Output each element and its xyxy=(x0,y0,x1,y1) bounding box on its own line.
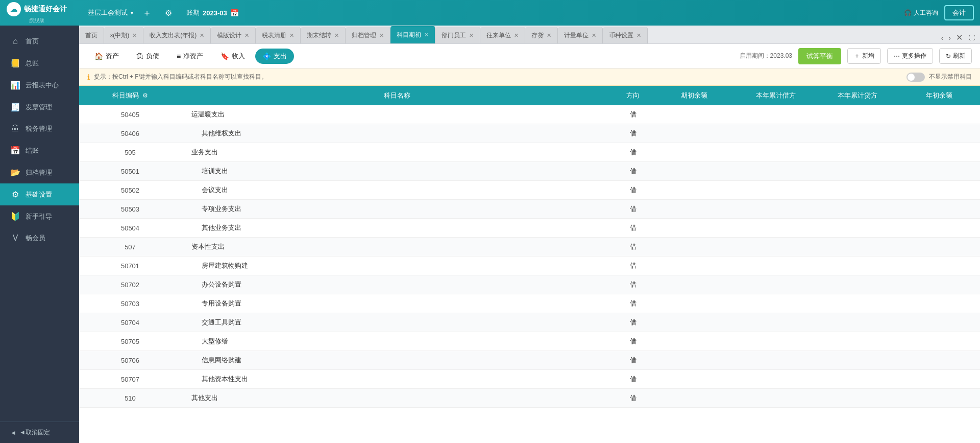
table-row[interactable]: 50705大型修缮借 xyxy=(79,332,980,351)
table-row[interactable]: 50701房屋建筑物购建借 xyxy=(79,257,980,275)
tab-partners[interactable]: 往来单位 ✕ xyxy=(480,27,525,43)
tab-close-subject-initial[interactable]: ✕ xyxy=(424,32,429,38)
cell-year-begin xyxy=(898,294,980,313)
sidebar-item-guide[interactable]: 🔰 新手引导 xyxy=(0,205,79,227)
tab-home[interactable]: 首页 xyxy=(79,27,104,43)
toggle-disabled-subjects[interactable] xyxy=(906,73,925,82)
cell-name: 大型修缮 xyxy=(181,332,612,351)
sidebar-item-tax[interactable]: 🏛 税务管理 xyxy=(0,118,79,139)
balance-button[interactable]: 试算平衡 xyxy=(798,48,841,64)
tab-close-unit[interactable]: ✕ xyxy=(592,32,596,39)
sidebar-item-reports[interactable]: 📊 云报表中心 xyxy=(0,74,79,96)
tab-close-tax-list[interactable]: ✕ xyxy=(289,32,294,39)
table-row[interactable]: 50502会议支出借 xyxy=(79,181,980,200)
cell-year-begin xyxy=(898,313,980,332)
table-row[interactable]: 505业务支出借 xyxy=(79,143,980,162)
cell-opening-balance xyxy=(653,219,735,238)
cell-opening-balance xyxy=(653,105,735,124)
tab-inventory[interactable]: 存货 ✕ xyxy=(525,27,558,43)
tab-tax-list[interactable]: 税表清册 ✕ xyxy=(256,27,301,43)
filter-tab-expense[interactable]: 💠 支出 xyxy=(255,49,294,64)
table-row[interactable]: 50503专项业务支出借 xyxy=(79,200,980,219)
table-row[interactable]: 50406其他维权支出借 xyxy=(79,124,980,143)
tab-label-period-end: 期末结转 xyxy=(307,31,331,40)
table-row[interactable]: 50501培训支出借 xyxy=(79,162,980,181)
cell-opening-balance xyxy=(653,124,735,143)
filter-tab-net-asset[interactable]: ≡ 净资产 xyxy=(169,49,210,64)
cell-ytd-credit xyxy=(817,389,898,408)
refresh-button[interactable]: ↻ 刷新 xyxy=(939,48,972,64)
table-row[interactable]: 50702办公设备购置借 xyxy=(79,275,980,294)
tab-close-archive-mgmt[interactable]: ✕ xyxy=(379,32,384,39)
calendar-icon[interactable]: 📅 xyxy=(230,9,239,17)
cell-year-begin xyxy=(898,275,980,294)
sidebar-item-settings[interactable]: ⚙ 基础设置 xyxy=(0,183,79,205)
cell-opening-balance xyxy=(653,143,735,162)
member-icon: V xyxy=(10,234,20,243)
cell-code: 50405 xyxy=(79,105,181,124)
cell-year-begin xyxy=(898,124,980,143)
tab-archive-mgmt[interactable]: 归档管理 ✕ xyxy=(346,27,390,43)
cell-year-begin xyxy=(898,351,980,370)
gear-icon[interactable]: ⚙ xyxy=(142,92,148,99)
table-row[interactable]: 510其他支出借 xyxy=(79,389,980,408)
tab-currency[interactable]: 币种设置 ✕ xyxy=(603,27,648,43)
filter-tab-asset-label: 资产 xyxy=(106,52,119,61)
filter-tab-asset[interactable]: 🏠 资产 xyxy=(87,49,126,64)
tab-label-currency: 币种设置 xyxy=(609,31,633,40)
cell-ytd-credit xyxy=(817,370,898,389)
tax-icon: 🏛 xyxy=(10,124,20,133)
tab-period-end[interactable]: 期末结转 ✕ xyxy=(301,27,346,43)
tab-close-all-button[interactable]: ✕ xyxy=(954,32,965,43)
table-row[interactable]: 50704交通工具购置借 xyxy=(79,313,980,332)
subjects-table: 科目编码 ⚙ 科目名称 方向 期初余额 本年累计借方 本年累计贷方 年初余额 5… xyxy=(79,86,980,408)
cell-direction: 借 xyxy=(612,389,653,408)
filter-tab-income[interactable]: 🔖 收入 xyxy=(213,49,252,64)
sidebar-collapse-button[interactable]: ◄ ◄取消固定 xyxy=(0,422,79,443)
tab-close-period-mid[interactable]: ✕ xyxy=(132,32,137,39)
tab-close-inventory[interactable]: ✕ xyxy=(547,32,551,39)
tab-close-period-end[interactable]: ✕ xyxy=(334,32,339,39)
sidebar-item-archive[interactable]: 📂 归档管理 xyxy=(0,161,79,183)
tab-close-income-annual[interactable]: ✕ xyxy=(200,32,204,39)
cell-ytd-debit xyxy=(735,370,817,389)
tab-close-template[interactable]: ✕ xyxy=(244,32,249,39)
table-row[interactable]: 50504其他业务支出借 xyxy=(79,219,980,238)
table-row[interactable]: 507资本性支出借 xyxy=(79,238,980,257)
sidebar-item-member[interactable]: V 畅会员 xyxy=(0,227,79,249)
add-button[interactable]: ＋ 新增 xyxy=(847,48,881,64)
settings-button[interactable]: ⚙ xyxy=(161,8,176,18)
tab-close-dept-staff[interactable]: ✕ xyxy=(469,32,474,39)
tab-unit[interactable]: 计量单位 ✕ xyxy=(558,27,603,43)
tab-subject-initial[interactable]: 科目期初 ✕ xyxy=(390,26,435,43)
table-body: 50405运温暖支出借50406其他维权支出借505业务支出借50501培训支出… xyxy=(79,105,980,408)
logo-icon: ☁ xyxy=(7,2,21,16)
add-tab-button[interactable]: ＋ xyxy=(138,7,156,19)
cell-name: 专项业务支出 xyxy=(181,200,612,219)
tab-close-currency[interactable]: ✕ xyxy=(636,32,641,39)
kuaiji-button[interactable]: 会计 xyxy=(944,5,974,20)
table-row[interactable]: 50703专用设备购置借 xyxy=(79,294,980,313)
sidebar-item-ledger[interactable]: 📒 总账 xyxy=(0,52,79,74)
tab-arrow-left[interactable]: ‹ xyxy=(939,33,946,43)
tab-expand-button[interactable]: ⛶ xyxy=(966,33,978,42)
table-row[interactable]: 50706信息网络购建借 xyxy=(79,351,980,370)
tab-period-mid[interactable]: ε(中期) ✕ xyxy=(104,27,143,43)
tab-close-partners[interactable]: ✕ xyxy=(514,32,519,39)
tab-dept-staff[interactable]: 部门员工 ✕ xyxy=(435,27,480,43)
tab-label-dept-staff: 部门员工 xyxy=(442,31,466,40)
top-header: ☁ 畅捷通好会计 旗舰版 基层工会测试 ▾ ＋ ⚙ 账期 2023-03 📅 🎧… xyxy=(0,0,980,26)
company-selector[interactable]: 基层工会测试 ▾ xyxy=(88,8,133,17)
table-row[interactable]: 50405运温暖支出借 xyxy=(79,105,980,124)
table-row[interactable]: 50707其他资本性支出借 xyxy=(79,370,980,389)
support-button[interactable]: 🎧 人工咨询 xyxy=(904,9,938,17)
more-actions-button[interactable]: ⋯ 更多操作 xyxy=(887,48,933,64)
tab-template[interactable]: 模版设计 ✕ xyxy=(211,27,256,43)
filter-tab-liability[interactable]: 负 负债 xyxy=(129,49,166,64)
tab-arrow-right[interactable]: › xyxy=(946,33,953,43)
sidebar-item-close[interactable]: 📅 结账 xyxy=(0,139,79,161)
tab-income-annual[interactable]: 收入支出表(年报) ✕ xyxy=(143,27,211,43)
tab-label-archive-mgmt: 归档管理 xyxy=(352,31,376,40)
sidebar-item-invoice[interactable]: 🧾 发票管理 xyxy=(0,96,79,118)
sidebar-item-home[interactable]: ⌂ 首页 xyxy=(0,31,79,52)
